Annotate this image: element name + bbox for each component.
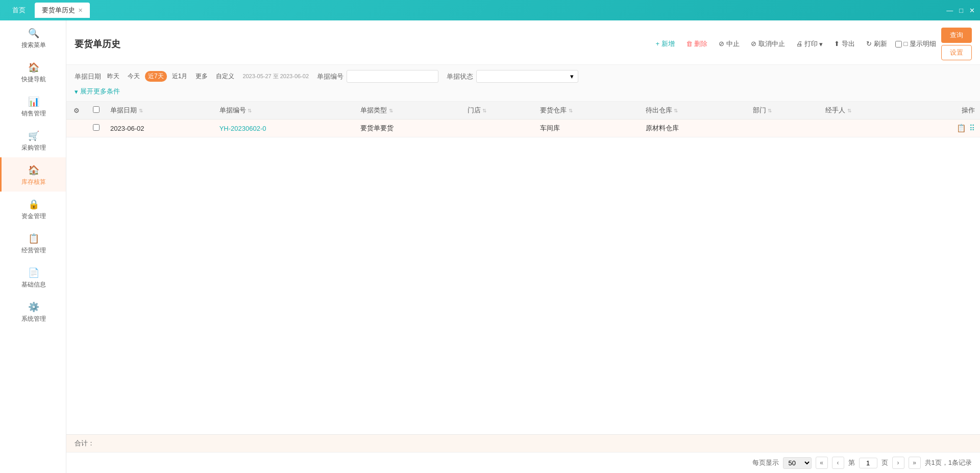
row-dept xyxy=(748,120,820,137)
sidebar-item-inventory[interactable]: 🏠 库存核算 xyxy=(0,157,66,192)
table-container: ⚙ 单据日期 ⇅ 单据编号 ⇅ xyxy=(66,102,980,434)
col-handler[interactable]: 经手人 ⇅ xyxy=(820,102,909,120)
query-button[interactable]: 查询 xyxy=(941,28,972,43)
cancel-stop-button-label: ⊘ 取消中止 xyxy=(751,39,785,49)
col-req-warehouse-label: 要货仓库 xyxy=(540,106,567,114)
filter-date-options: 昨天 今天 近7天 近1月 更多 自定义 xyxy=(104,71,237,82)
col-req-warehouse[interactable]: 要货仓库 ⇅ xyxy=(535,102,641,120)
quick-nav-icon: 🏠 xyxy=(28,62,39,73)
date-btn-custom[interactable]: 自定义 xyxy=(213,71,237,82)
filter-status-dropdown-icon: ▾ xyxy=(570,73,574,80)
new-button-label: + 新增 xyxy=(656,39,675,49)
row-edit-icon[interactable]: 📋 xyxy=(957,124,966,133)
window-restore-icon[interactable]: □ xyxy=(959,7,963,14)
filter-status-label: 单据状态 xyxy=(447,72,473,81)
col-handler-sort: ⇅ xyxy=(847,108,851,113)
tab-home-label: 首页 xyxy=(12,6,26,15)
per-page-select[interactable]: 50 10 20 100 xyxy=(783,457,812,469)
row-store xyxy=(462,120,535,137)
sidebar-item-search-menu[interactable]: 🔍 搜索菜单 xyxy=(0,20,66,55)
row-handler xyxy=(820,120,909,137)
sidebar-item-sales-mgmt[interactable]: 📊 销售管理 xyxy=(0,89,66,123)
col-doc-no-label: 单据编号 xyxy=(219,106,246,114)
col-doc-type[interactable]: 单据类型 ⇅ xyxy=(355,102,462,120)
sidebar-item-basic-info[interactable]: 📄 基础信息 xyxy=(0,260,66,294)
date-btn-yesterday[interactable]: 昨天 xyxy=(104,71,122,82)
display-toggle[interactable]: □ 显示明细 xyxy=(895,39,936,49)
sidebar-item-purchase-mgmt-label: 采购管理 xyxy=(21,144,46,152)
operations-icon: 📋 xyxy=(28,233,39,244)
print-dropdown-icon[interactable]: ▾ xyxy=(819,40,823,48)
window-minimize-icon[interactable]: — xyxy=(946,7,953,14)
expand-more-button[interactable]: ▾ 展开更多条件 xyxy=(75,87,972,96)
sidebar-item-finance[interactable]: 🔒 资金管理 xyxy=(0,192,66,226)
sidebar-item-sys-mgmt[interactable]: ⚙️ 系统管理 xyxy=(0,294,66,328)
col-action-label: 操作 xyxy=(962,106,975,114)
col-doc-no-sort: ⇅ xyxy=(248,108,252,113)
row-more-icon[interactable]: ⠿ xyxy=(969,124,975,133)
top-bar: 首页 要货单历史 ✕ — □ ✕ xyxy=(0,0,980,20)
col-dept[interactable]: 部门 ⇅ xyxy=(748,102,820,120)
first-page-button[interactable]: « xyxy=(816,457,828,469)
sidebar-item-operations[interactable]: 📋 经营管理 xyxy=(0,226,66,260)
stop-button-label: ⊘ 中止 xyxy=(719,39,740,49)
select-all-checkbox[interactable] xyxy=(93,106,100,113)
pagination: 每页显示 50 10 20 100 « ‹ 第 页 › » 共1页，1条记录 xyxy=(66,452,980,473)
page-input[interactable] xyxy=(859,458,877,468)
sidebar-item-quick-nav[interactable]: 🏠 快捷导航 xyxy=(0,55,66,89)
stop-button[interactable]: ⊘ 中止 xyxy=(716,37,743,51)
refresh-button-label: ↻ 刷新 xyxy=(866,39,887,49)
col-doc-no[interactable]: 单据编号 ⇅ xyxy=(214,102,355,120)
print-button-label: 🖨 打印 xyxy=(796,39,818,49)
date-btn-more[interactable]: 更多 xyxy=(192,71,211,82)
display-toggle-checkbox[interactable] xyxy=(895,41,902,48)
row-checkbox[interactable] xyxy=(93,124,100,131)
page-suffix: 页 xyxy=(881,458,888,467)
export-button[interactable]: ⬆ 导出 xyxy=(831,37,858,51)
main-layout: 🔍 搜索菜单 🏠 快捷导航 📊 销售管理 🛒 采购管理 🏠 库存核算 🔒 资金管… xyxy=(0,20,980,473)
col-dept-label: 部门 xyxy=(753,106,766,114)
filter-doc-no-label: 单据编号 xyxy=(317,72,344,81)
col-doc-date[interactable]: 单据日期 ⇅ xyxy=(105,102,214,120)
print-button[interactable]: 🖨 打印 ▾ xyxy=(793,37,826,51)
footer-summary: 合计： xyxy=(66,434,980,452)
expand-more-icon: ▾ xyxy=(75,88,78,96)
col-store[interactable]: 门店 ⇅ xyxy=(462,102,535,120)
sys-mgmt-icon: ⚙️ xyxy=(28,301,39,313)
new-button[interactable]: + 新增 xyxy=(653,37,678,51)
setting-button[interactable]: 设置 xyxy=(941,45,972,60)
filter-status-select[interactable]: ▾ xyxy=(476,70,578,83)
row-doc-no-link[interactable]: YH-20230602-0 xyxy=(219,125,266,132)
tab-requisition-history[interactable]: 要货单历史 ✕ xyxy=(35,3,90,18)
date-btn-last7[interactable]: 近7天 xyxy=(145,71,167,82)
tab-close-icon[interactable]: ✕ xyxy=(78,7,83,14)
col-pending-warehouse[interactable]: 待出仓库 ⇅ xyxy=(641,102,748,120)
filter-doc-no-input[interactable] xyxy=(347,70,438,83)
table-header-row: ⚙ 单据日期 ⇅ 单据编号 ⇅ xyxy=(66,102,980,120)
prev-page-button[interactable]: ‹ xyxy=(832,457,844,469)
page-header: 要货单历史 + 新增 🗑 删除 ⊘ 中止 ⊘ 取消中止 🖨 打印 ▾ xyxy=(66,20,980,65)
last-page-button[interactable]: » xyxy=(909,457,921,469)
sidebar-item-purchase-mgmt[interactable]: 🛒 采购管理 xyxy=(0,123,66,157)
col-settings-icon: ⚙ xyxy=(74,107,80,114)
filter-bar: 单据日期 昨天 今天 近7天 近1月 更多 自定义 2023-05-27 至 2… xyxy=(66,65,980,102)
delete-button[interactable]: 🗑 删除 xyxy=(683,37,711,51)
next-page-button[interactable]: › xyxy=(892,457,904,469)
tab-requisition-label: 要货单历史 xyxy=(42,6,75,15)
tab-home[interactable]: 首页 xyxy=(5,3,33,18)
window-close-icon[interactable]: ✕ xyxy=(969,7,975,14)
page-title: 要货单历史 xyxy=(75,38,120,50)
sidebar-item-sys-mgmt-label: 系统管理 xyxy=(21,315,46,323)
filter-date-group: 单据日期 昨天 今天 近7天 近1月 更多 自定义 2023-05-27 至 2… xyxy=(75,71,309,82)
summary-label: 合计： xyxy=(75,439,94,447)
finance-icon: 🔒 xyxy=(28,199,39,210)
col-settings[interactable]: ⚙ xyxy=(66,102,87,120)
cancel-stop-button[interactable]: ⊘ 取消中止 xyxy=(748,37,788,51)
date-btn-last-month[interactable]: 近1月 xyxy=(169,71,191,82)
sidebar-item-finance-label: 资金管理 xyxy=(21,212,46,221)
sidebar-item-search-menu-label: 搜索菜单 xyxy=(21,41,46,50)
refresh-button[interactable]: ↻ 刷新 xyxy=(863,37,890,51)
export-button-label: ⬆ 导出 xyxy=(834,39,855,49)
date-btn-today[interactable]: 今天 xyxy=(125,71,143,82)
col-doc-date-sort: ⇅ xyxy=(139,108,143,113)
